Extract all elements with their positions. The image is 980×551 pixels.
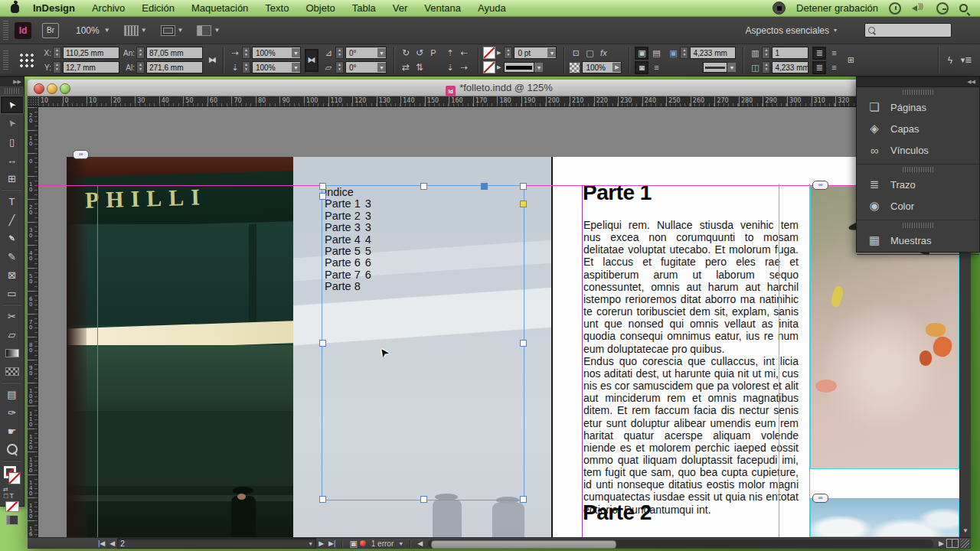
selection-handle[interactable] — [420, 496, 427, 503]
width-field[interactable]: 87,05 mm — [146, 47, 203, 59]
tool-gradient[interactable] — [0, 344, 24, 362]
height-field[interactable]: 271,6 mm — [146, 61, 203, 73]
wrap-none-button[interactable]: ▣ — [635, 47, 648, 60]
tool-line[interactable]: ╱ — [0, 210, 24, 229]
tool-pencil[interactable]: ✎ — [0, 247, 24, 266]
select-next-object-button[interactable]: ⇢ — [458, 62, 470, 73]
dock-item-capas[interactable]: ◈Capas — [857, 118, 979, 139]
anchored-object-icon[interactable]: ⊞ — [844, 52, 857, 69]
search-input[interactable] — [864, 23, 952, 37]
index-text-frame[interactable]: indice Parte 13Parte 23Parte 33Parte 44P… — [322, 185, 524, 500]
corner-options-icon[interactable]: ⊡ — [570, 47, 582, 59]
height-stepper[interactable]: ▲▼ — [136, 61, 145, 73]
gutter-field[interactable]: 4,233 mm — [772, 61, 808, 73]
spread-view-icon[interactable] — [946, 539, 959, 548]
columns-field[interactable]: 1 — [772, 47, 808, 59]
x-field[interactable]: 110,25 mm — [63, 47, 119, 59]
formatting-affects-icons[interactable]: □T — [4, 492, 15, 500]
guide-column-right[interactable] — [779, 184, 779, 537]
page-number-field[interactable]: 2▼ — [117, 538, 316, 549]
tool-rectangle[interactable]: ▭ — [0, 284, 24, 302]
panel-menu-icon[interactable]: ▾≣ — [960, 54, 972, 66]
stroke-style-arrow[interactable]: ▼ — [534, 63, 543, 72]
tool-eyedropper[interactable]: ✑ — [0, 403, 24, 422]
selection-handle-active[interactable] — [481, 183, 488, 190]
dock-item-color[interactable]: ◉Color — [857, 195, 979, 217]
dock-item-vinculos[interactable]: ∞Vínculos — [857, 139, 979, 161]
preflight-error-label[interactable]: 1 error — [371, 540, 394, 548]
text-out-port[interactable] — [520, 201, 527, 207]
time-machine-icon[interactable] — [889, 2, 901, 15]
horizontal-scroll-thumb[interactable] — [431, 540, 616, 549]
tool-polygon[interactable]: ⊠ — [0, 266, 24, 284]
canvas[interactable]: PHILLI — [38, 107, 971, 537]
scale-y-dropdown[interactable]: 100%▼ — [252, 61, 301, 73]
clock-icon[interactable] — [936, 2, 949, 15]
fill-flyout-icon[interactable]: ▶ — [497, 50, 501, 56]
menu-item-tabla[interactable]: Tabla — [352, 2, 376, 14]
wrap-jump-button[interactable]: ≡ — [650, 62, 662, 73]
volume-icon[interactable] — [912, 2, 926, 15]
selection-handle[interactable] — [319, 496, 326, 503]
reference-point-proxy[interactable] — [19, 53, 34, 68]
spotlight-icon[interactable] — [959, 4, 968, 12]
menu-item-ventana[interactable]: Ventana — [424, 2, 461, 14]
tool-type[interactable]: T — [0, 192, 24, 210]
tool-zoom[interactable] — [0, 440, 24, 458]
scroll-right-icon[interactable]: ▶ — [939, 540, 944, 547]
chevron-down-icon[interactable]: ▼ — [104, 27, 110, 34]
tool-content-collector[interactable]: ⊞ — [0, 169, 24, 187]
preflight-menu-icon[interactable]: ▼ — [398, 541, 403, 546]
constrain-scale-link-icon[interactable]: ⧓ — [305, 49, 318, 72]
link-badge-icon[interactable]: ∞ — [73, 150, 89, 159]
flip-horizontal-button[interactable]: ⇄ — [400, 62, 412, 73]
page-dropdown-icon[interactable]: ▼ — [308, 541, 313, 546]
tool-hand[interactable]: ☛ — [0, 422, 24, 440]
x-stepper[interactable]: ▲▼ — [53, 47, 61, 59]
wrap-object-shape-button[interactable]: ◙ — [635, 61, 648, 74]
constrain-dimensions-icon[interactable]: ⧓ — [208, 55, 217, 65]
shear-dropdown[interactable]: 0°▼ — [345, 61, 387, 73]
scale-y-stepper[interactable]: ▲▼ — [242, 61, 250, 73]
stop-recording-icon[interactable] — [773, 2, 786, 15]
align-center-button[interactable]: ≡ — [828, 47, 840, 59]
rotation-dropdown[interactable]: 0°▼ — [345, 47, 387, 59]
menu-item-objeto[interactable]: Objeto — [305, 2, 335, 14]
opacity-dropdown[interactable]: 100%▶ — [582, 61, 622, 73]
stroke-weight-stepper[interactable]: ▲▼ — [504, 47, 512, 59]
chevron-down-icon[interactable]: ▾ — [834, 27, 837, 34]
tool-page[interactable]: ▯ — [0, 132, 24, 151]
selection-handle[interactable] — [520, 183, 527, 190]
ruler-origin-box[interactable] — [28, 96, 39, 107]
view-mode-button[interactable] — [6, 515, 18, 525]
image-nighthawks[interactable]: PHILLI — [67, 157, 293, 537]
stroke-swatch-none[interactable] — [483, 61, 495, 73]
zoom-level-dropdown[interactable]: 100% — [76, 25, 100, 36]
select-prev-object-button[interactable]: ⇠ — [458, 47, 470, 59]
selection-handle[interactable] — [319, 183, 326, 190]
dock-group-grip[interactable] — [903, 223, 933, 228]
wrap-bounding-box-button[interactable]: ▤ — [650, 47, 662, 59]
dock-collapse-icon[interactable]: ◀◀ — [857, 77, 979, 87]
window-titlebar[interactable]: Id*folleto.indd @ 125% — [28, 80, 971, 96]
window-resize-grip[interactable] — [960, 539, 969, 548]
apply-color-button[interactable] — [5, 501, 19, 512]
object-style-icon[interactable]: ▢ — [583, 47, 596, 59]
selection-handle[interactable] — [520, 496, 527, 503]
tool-scissors[interactable]: ✂ — [0, 307, 24, 325]
menu-item-texto[interactable]: Texto — [265, 2, 289, 14]
image-sky[interactable] — [810, 498, 959, 537]
stroke-style-dropdown[interactable] — [504, 62, 534, 73]
stroke-flyout-icon[interactable]: ▶ — [497, 64, 501, 70]
align-bottom-button[interactable]: ≣ — [812, 61, 826, 74]
rotate-ccw-button[interactable]: ↺ — [413, 47, 426, 59]
quick-apply-lightning-icon[interactable]: ϟ — [944, 54, 956, 66]
select-content-button[interactable]: ⇣ — [444, 62, 456, 73]
align-top-button[interactable]: ≣ — [812, 47, 826, 60]
previous-page-button[interactable]: ◀ — [109, 540, 115, 547]
tool-pen[interactable]: ✒ — [0, 229, 24, 247]
guide-column-left[interactable] — [582, 185, 583, 537]
chevron-down-icon[interactable]: ▼ — [214, 27, 220, 34]
preflight-icon[interactable]: ▣ — [349, 539, 357, 549]
flip-vertical-button[interactable]: ⇅ — [413, 62, 426, 73]
